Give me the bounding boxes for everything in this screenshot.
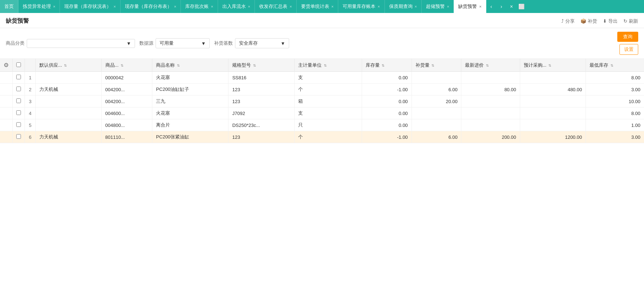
td-replenish-5: 6.00: [412, 131, 461, 143]
share-button[interactable]: ⤴ 分享: [561, 18, 575, 25]
td-name-4: 离合片: [152, 119, 229, 131]
close-tab-exception[interactable]: ×: [53, 4, 55, 9]
tab-collect-summary[interactable]: 收发存汇总表 ×: [255, 0, 296, 13]
td-settings-5: [0, 131, 13, 143]
td-price-0: [461, 72, 520, 84]
share-icon: ⤴: [561, 18, 564, 24]
tab-prev-button[interactable]: ‹: [486, 0, 496, 13]
close-tab-inventory-dist[interactable]: ×: [174, 4, 176, 9]
close-tab-collect-summary[interactable]: ×: [290, 4, 292, 9]
tab-inventory-dist[interactable]: 现存量（库存分布表） ×: [121, 0, 181, 13]
td-checkbox-5[interactable]: [13, 131, 25, 143]
td-name-2: 三九: [152, 96, 229, 107]
td-stock-3: 0.00: [362, 107, 412, 119]
column-settings-icon[interactable]: ⚙: [4, 62, 9, 68]
td-stock-1: -1.00: [362, 84, 412, 96]
td-checkbox-4[interactable]: [13, 119, 25, 131]
th-product-code-label: 商品...: [105, 62, 119, 68]
tab-inout-flow[interactable]: 出入库流水 ×: [218, 0, 255, 13]
datasource-select[interactable]: 可用量 ▼: [156, 38, 210, 48]
th-replenish-qty[interactable]: 补货量 ⇅: [412, 59, 461, 72]
tab-inventory-status[interactable]: 现存量（库存状况表） ×: [60, 0, 120, 13]
td-checkbox-0[interactable]: [13, 72, 25, 84]
tab-order-stats[interactable]: 要货单统计表 ×: [297, 0, 338, 13]
th-product-name[interactable]: 商品名称 ⇅: [152, 59, 229, 72]
table-row: 4 004600... 火花塞 J7092 支 0.00 8.00: [0, 107, 644, 119]
td-settings-1: [0, 84, 13, 96]
refresh-button[interactable]: ↻ 刷新: [623, 18, 638, 25]
td-stock-2: 0.00: [362, 96, 412, 107]
select-all-checkbox[interactable]: [16, 62, 21, 67]
table-row: 5 004800... 离合片 DS250*23c... 只 0.00 1.00: [0, 119, 644, 131]
td-stock-0: 0.00: [362, 72, 412, 84]
tab-overstock[interactable]: 超储预警 ×: [422, 0, 454, 13]
row-checkbox-0[interactable]: [16, 75, 21, 79]
table-container: ⚙ 默认供应... ⇅ 商品... ⇅ 商品名称: [0, 59, 644, 143]
th-latest-price[interactable]: 最新进价 ⇅: [461, 59, 520, 72]
row-checkbox-5[interactable]: [16, 134, 21, 139]
window-close-button[interactable]: ×: [506, 0, 517, 13]
th-stock[interactable]: 库存量 ⇅: [362, 59, 412, 72]
replenish-base-select[interactable]: 安全库存 ▼: [235, 38, 289, 48]
td-spec-0: SS816: [229, 72, 295, 84]
row-checkbox-2[interactable]: [16, 98, 21, 103]
td-minstock-3: 8.00: [586, 107, 644, 119]
sort-icon-stock: ⇅: [382, 63, 384, 67]
row-checkbox-4[interactable]: [16, 122, 21, 127]
td-spec-1: 123: [229, 84, 295, 96]
tab-shortage[interactable]: 缺货预警 ×: [454, 0, 486, 13]
td-spec-4: DS250*23c...: [229, 119, 295, 131]
th-stock-label: 库存量: [366, 62, 380, 68]
datasource-label: 数据源: [139, 40, 153, 47]
close-tab-batch-account[interactable]: ×: [211, 4, 213, 9]
close-tab-overstock[interactable]: ×: [447, 4, 449, 9]
td-minstock-1: 3.00: [586, 84, 644, 96]
th-min-stock-label: 最低库存: [589, 62, 608, 68]
table-row: 6 力天机械 801110... PC200张紧油缸 123 个 -1.00 6…: [0, 131, 644, 143]
filter-group-datasource: 数据源 可用量 ▼: [139, 38, 210, 48]
th-min-stock[interactable]: 最低库存 ⇅: [586, 59, 644, 72]
td-code-5: 801110...: [101, 131, 152, 143]
td-minstock-2: 10.00: [586, 96, 644, 107]
tab-next-button[interactable]: ›: [496, 0, 506, 13]
th-product-code[interactable]: 商品... ⇅: [101, 59, 152, 72]
sort-icon-price: ⇅: [486, 63, 489, 67]
tab-exception[interactable]: 拣货异常处理 ×: [18, 0, 60, 13]
td-checkbox-1[interactable]: [13, 84, 25, 96]
tab-available-ledger[interactable]: 可用量库存账本 ×: [338, 0, 384, 13]
th-estimated-purchase[interactable]: 预计采购... ⇅: [520, 59, 586, 72]
td-supplier-5: 力天机械: [36, 131, 102, 143]
row-checkbox-1[interactable]: [16, 87, 21, 91]
close-tab-expiry-query[interactable]: ×: [415, 4, 417, 9]
tab-bar: 首页 拣货异常处理 × 现存量（库存状况表） × 现存量（库存分布表） × 库存…: [0, 0, 644, 13]
window-minimize-button[interactable]: ⬜: [517, 0, 527, 13]
replenish-button[interactable]: 📦 补货: [580, 18, 597, 25]
tab-expiry-query[interactable]: 保质期查询 ×: [385, 0, 422, 13]
td-code-2: 004200...: [101, 96, 152, 107]
th-settings[interactable]: ⚙: [0, 59, 13, 72]
th-unit[interactable]: 主计量单位 ⇅: [295, 59, 362, 72]
export-button[interactable]: ⬇ 导出: [603, 18, 618, 25]
td-code-0: 0000042: [101, 72, 152, 84]
td-checkbox-3[interactable]: [13, 107, 25, 119]
close-tab-inventory-status[interactable]: ×: [113, 4, 116, 9]
refresh-icon: ↻: [623, 18, 627, 24]
th-default-supplier[interactable]: 默认供应... ⇅: [36, 59, 102, 72]
tab-batch-account[interactable]: 库存批次账 ×: [181, 0, 218, 13]
query-button[interactable]: 查询: [617, 32, 638, 42]
td-stock-4: 0.00: [362, 119, 412, 131]
settings-button[interactable]: 设置: [619, 44, 638, 55]
tab-home[interactable]: 首页: [0, 0, 18, 13]
td-checkbox-2[interactable]: [13, 96, 25, 107]
category-select[interactable]: ▼: [27, 39, 135, 48]
sort-icon-minstock: ⇅: [610, 63, 613, 67]
close-tab-shortage[interactable]: ×: [479, 4, 481, 9]
row-checkbox-3[interactable]: [16, 110, 21, 115]
close-tab-order-stats[interactable]: ×: [331, 4, 334, 9]
td-replenish-4: [412, 119, 461, 131]
th-unit-label: 主计量单位: [298, 62, 322, 68]
th-spec[interactable]: 规格型号 ⇅: [229, 59, 295, 72]
datasource-select-arrow: ▼: [201, 41, 206, 46]
close-tab-inout-flow[interactable]: ×: [248, 4, 250, 9]
close-tab-available-ledger[interactable]: ×: [378, 4, 380, 9]
